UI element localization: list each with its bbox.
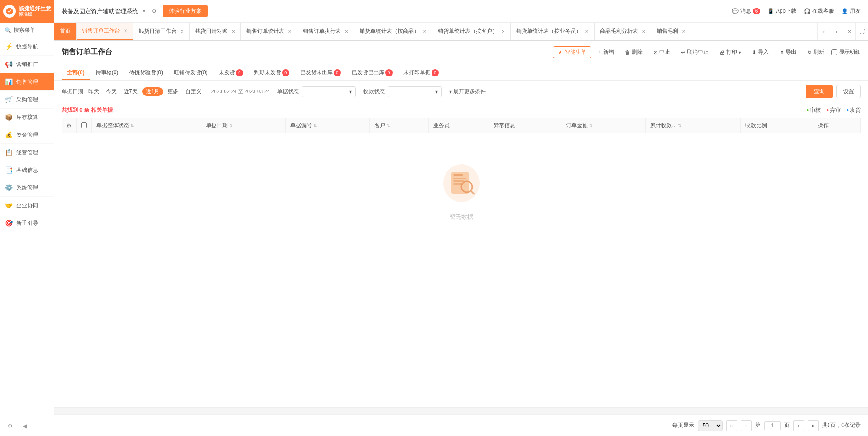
sub-tab-all[interactable]: 全部(0) — [62, 66, 90, 80]
date-opt-more[interactable]: 更多 — [165, 87, 181, 96]
tab-close-all-btn[interactable]: ✕ — [843, 23, 855, 41]
receipt-select[interactable]: ▾ — [388, 86, 442, 97]
svg-point-8 — [464, 184, 467, 187]
th-customer-sort[interactable]: 客户 ⇅ — [374, 122, 424, 129]
sidebar-item-basic-info[interactable]: 📑 基础信息 — [0, 161, 54, 179]
sidebar-item-system[interactable]: ⚙️ 系统管理 — [0, 179, 54, 197]
th-amount-sort[interactable]: 订单金额 ⇅ — [566, 122, 641, 129]
tab-sales-exec[interactable]: 销售订单执行表 ✕ — [297, 23, 354, 40]
tab-close-sales-by-customer[interactable]: ✕ — [501, 29, 505, 34]
tab-sales-by-staff[interactable]: 销货单统计表（按业务员） ✕ — [511, 23, 595, 40]
sidebar-item-quick-nav[interactable]: ⚡ 快捷导航 — [0, 38, 54, 56]
th-number-sort[interactable]: 单据编号 ⇅ — [290, 122, 365, 129]
pagination-last-btn[interactable]: » — [808, 420, 819, 431]
tab-next-btn[interactable]: › — [830, 23, 843, 41]
tab-sales-by-customer[interactable]: 销货单统计表（按客户） ✕ — [432, 23, 511, 40]
tab-home[interactable]: 首页 — [54, 23, 77, 40]
tab-sales-stats[interactable]: 销售订单统计表 ✕ — [241, 23, 297, 40]
sidebar-item-marketing[interactable]: 📢 营销推广 — [0, 56, 54, 73]
tab-prev-btn[interactable]: ‹ — [817, 23, 830, 41]
sidebar-item-sales[interactable]: 📊 销售管理 — [0, 73, 54, 91]
tab-close-sales-by-product[interactable]: ✕ — [423, 29, 427, 34]
smart-create-button[interactable]: ★ 智能生单 — [553, 46, 591, 58]
pagination-next-btn[interactable]: › — [793, 420, 804, 431]
sub-tab-shipped-not-out[interactable]: 已发货未出库0 — [295, 66, 346, 80]
sidebar-item-guide[interactable]: 🎯 新手引导 — [0, 214, 54, 232]
tab-close-sales-stats[interactable]: ✕ — [288, 29, 292, 34]
refresh-button[interactable]: ↻ 刷新 — [804, 47, 828, 58]
tab-close-cash-daily[interactable]: ✕ — [180, 29, 184, 34]
tab-close-sales-workbench[interactable]: ✕ — [124, 28, 127, 33]
sub-tab-not-shipped[interactable]: 未发货0 — [213, 66, 249, 80]
tab-close-sales-exec[interactable]: ✕ — [345, 29, 348, 34]
th-date-sort[interactable]: 单据日期 ⇅ — [206, 122, 281, 129]
search-menu[interactable]: 🔍 搜索菜单 — [0, 23, 54, 38]
cancel-stop-button[interactable]: ↩ 取消中止 — [677, 47, 712, 58]
horizontal-scrollbar[interactable] — [54, 407, 868, 414]
tab-sales-by-product[interactable]: 销货单统计表（按商品） ✕ — [354, 23, 432, 40]
tab-cash-daily[interactable]: 钱货日清工作台 ✕ — [133, 23, 190, 40]
tab-maximize-btn[interactable]: ⛶ — [855, 23, 868, 41]
import-button[interactable]: ⬇ 导入 — [748, 47, 772, 58]
online-service-btn[interactable]: 🎧 在线客服 — [804, 7, 834, 15]
status-select[interactable]: ▾ — [302, 86, 356, 97]
date-opt-7days[interactable]: 近7天 — [121, 87, 140, 96]
tab-close-sales-gross[interactable]: ✕ — [682, 29, 686, 34]
sub-tab-overdue-ship[interactable]: 到期未发货0 — [249, 66, 295, 80]
sub-tab-pending-audit[interactable]: 待审核(0) — [90, 66, 124, 80]
pagination-first-btn[interactable]: « — [726, 420, 737, 431]
per-page-select[interactable]: 10 20 50 100 — [698, 420, 723, 431]
th-collected-sort[interactable]: 累计收款... ⇅ — [650, 122, 735, 129]
tab-close-cash-reconcile[interactable]: ✕ — [231, 29, 235, 34]
delete-button[interactable]: 🗑 删除 — [621, 47, 646, 58]
date-opt-today[interactable]: 今天 — [104, 87, 119, 96]
print-button[interactable]: 🖨 打印 ▾ — [716, 47, 745, 58]
date-opt-yesterday[interactable]: 昨天 — [86, 87, 101, 96]
sidebar-label-system: 系统管理 — [16, 184, 38, 192]
th-settings[interactable]: ⚙ — [62, 118, 77, 133]
deliver-button[interactable]: 发货 — [846, 106, 861, 114]
audit-batch-button[interactable]: 审核 — [806, 106, 821, 114]
settings-button[interactable]: 设置 — [836, 85, 861, 98]
message-icon-btn[interactable]: 💬 消息 6 — [732, 7, 760, 15]
date-opt-1month[interactable]: 近1月 — [142, 87, 163, 96]
sidebar-item-operations[interactable]: 📋 经营管理 — [0, 144, 54, 161]
add-button[interactable]: + 新增 — [595, 47, 618, 58]
expand-filter-button[interactable]: ▾ 展开更多条件 — [449, 88, 486, 95]
user-menu-btn[interactable]: 👤 用友 — [841, 7, 861, 15]
select-all-checkbox[interactable] — [81, 122, 87, 128]
th-checkbox[interactable] — [77, 118, 92, 133]
tab-sales-gross[interactable]: 销售毛利 ✕ — [651, 23, 691, 40]
sidebar-item-inventory[interactable]: 📦 库存核算 — [0, 109, 54, 126]
sidebar-item-collab[interactable]: 🤝 企业协同 — [0, 197, 54, 214]
settings-bottom-icon[interactable]: ⚙ — [5, 421, 15, 431]
show-detail-toggle[interactable]: 显示明细 — [831, 48, 861, 56]
topbar-dropdown-arrow[interactable]: ▾ — [143, 8, 145, 14]
sub-tab-wangpu[interactable]: 旺铺待发货(0) — [168, 66, 213, 80]
tab-gross-profit[interactable]: 商品毛利分析表 ✕ — [595, 23, 651, 40]
sub-tab-shipped-out[interactable]: 已发货已出库0 — [346, 66, 398, 80]
svg-rect-4 — [453, 180, 464, 182]
stop-button[interactable]: ⊘ 中止 — [650, 47, 674, 58]
app-download-btn[interactable]: 📱 App下载 — [767, 7, 796, 15]
th-collected: 累计收款... ⇅ — [646, 118, 740, 133]
collapse-sidebar-icon[interactable]: ◀ — [19, 421, 30, 431]
sidebar-item-purchase[interactable]: 🛒 采购管理 — [0, 91, 54, 109]
tab-close-sales-by-staff[interactable]: ✕ — [585, 29, 589, 34]
show-detail-checkbox[interactable] — [831, 49, 837, 55]
sub-tab-not-printed[interactable]: 未打印单据0 — [398, 66, 444, 80]
tab-sales-workbench[interactable]: 销售订单工作台 ✕ — [77, 23, 133, 40]
page-number-input[interactable] — [764, 421, 781, 430]
tab-cash-reconcile[interactable]: 钱货日清对账 ✕ — [190, 23, 241, 40]
cancel-audit-button[interactable]: 弃审 — [826, 106, 841, 114]
export-button[interactable]: ⬆ 导出 — [776, 47, 800, 58]
sidebar-item-finance[interactable]: 💰 资金管理 — [0, 126, 54, 144]
industry-solution-button[interactable]: 体验行业方案 — [163, 5, 208, 17]
pagination-prev-btn[interactable]: ‹ — [741, 420, 752, 431]
th-status-sort[interactable]: 单据整体状态 ⇅ — [96, 122, 197, 129]
topbar-gear-icon[interactable]: ⚙ — [150, 7, 158, 15]
query-button[interactable]: 查询 — [806, 85, 833, 98]
sub-tab-pending-inspect[interactable]: 待拣货验货(0) — [124, 66, 168, 80]
tab-close-gross-profit[interactable]: ✕ — [642, 29, 645, 34]
date-opt-custom[interactable]: 自定义 — [183, 87, 204, 96]
